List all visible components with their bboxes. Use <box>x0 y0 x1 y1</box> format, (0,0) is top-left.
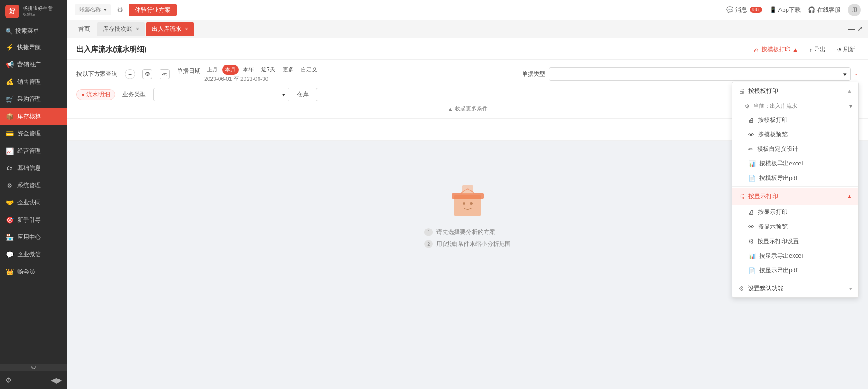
template-excel-item[interactable]: 📊 按模板导出excel <box>732 156 858 171</box>
dropdown-panel: 🖨 按模板打印 ▲ ⚙ 当前：出入库流水 ▾ 🖨 按模板打印 <box>732 82 859 298</box>
date-tab-last-month[interactable]: 上月 <box>204 65 220 75</box>
tab-home-label: 首页 <box>78 25 90 33</box>
sidebar-item-cooperation[interactable]: 🤝 企业协同 <box>0 194 67 211</box>
collapse-conditions-button[interactable]: ▲ 收起更多条件 <box>448 105 488 113</box>
template-print-section-header[interactable]: 🖨 按模板打印 ▲ <box>732 82 858 100</box>
step-2-num: 2 <box>424 240 433 248</box>
template-pdf-item[interactable]: 📄 按模板导出pdf <box>732 171 858 185</box>
quick-nav-icon: ⚡ <box>5 43 14 51</box>
online-service-action[interactable]: 🎧 在线客服 <box>808 6 841 14</box>
headset-icon: 🎧 <box>808 6 815 13</box>
footer-collapse-icon[interactable]: ◀▶ <box>51 376 62 384</box>
content-area: 出入库流水(流水明细) 🖨 按模板打印 ▲ ↑ 导出 ↺ 刷新 <box>67 38 868 389</box>
tab-home[interactable]: 首页 <box>73 22 95 36</box>
display-pdf-icon: 📄 <box>748 267 756 274</box>
template-preview-item[interactable]: 👁 按模板预览 <box>732 127 858 142</box>
display-print-settings-item[interactable]: ⚙ 按显示打印设置 <box>732 234 858 249</box>
filter-add-button[interactable]: + <box>125 69 135 79</box>
template-print-item[interactable]: 🖨 按模板打印 <box>732 113 858 127</box>
empty-icon <box>445 177 490 223</box>
date-field-label: 单据日期 <box>177 65 200 75</box>
default-section-header[interactable]: ⚙ 设置默认功能 ▾ <box>732 280 858 297</box>
date-tab-custom[interactable]: 自定义 <box>298 65 320 75</box>
sidebar: 好 畅捷通好生意 标准版 🔍 搜索菜单 ⚡ 快捷导航 📢 营销推广 💰 销售管理… <box>0 0 67 389</box>
logo-info: 畅捷通好生意 标准版 <box>23 5 53 17</box>
date-tab-more[interactable]: 更多 <box>280 65 296 75</box>
app-download-action[interactable]: 📱 App下载 <box>769 6 801 14</box>
display-preview-item[interactable]: 👁 按显示预览 <box>732 219 858 234</box>
display-excel-item[interactable]: 📊 按显示导出excel <box>732 249 858 263</box>
display-preview-label: 按显示预览 <box>758 223 788 231</box>
trial-button[interactable]: 体验行业方案 <box>129 4 177 16</box>
tab-flow-detail-close[interactable]: × <box>185 26 188 32</box>
member-icon: 👑 <box>5 268 14 276</box>
tab-batch-account-close[interactable]: × <box>136 26 139 32</box>
sidebar-item-operations[interactable]: 📈 经营管理 <box>0 142 67 160</box>
sidebar-item-inventory[interactable]: 📦 库存核算 <box>0 108 67 125</box>
date-tab-current-month[interactable]: 本月 <box>222 65 239 75</box>
sidebar-item-system[interactable]: ⚙ 系统管理 <box>0 177 67 194</box>
template-print-button[interactable]: 🖨 按模板打印 ▲ <box>750 44 802 55</box>
tab-maximize-button[interactable]: ⤢ <box>857 25 863 33</box>
doc-type-group: 单据类型 ▾ ··· <box>522 67 859 81</box>
template-current: ⚙ 当前：出入库流水 ▾ <box>732 100 858 113</box>
sidebar-item-purchase[interactable]: 🛒 采购管理 <box>0 90 67 108</box>
display-print-section-header[interactable]: 🖨 按显示打印 ▲ <box>732 188 858 205</box>
collapse-label: 收起更多条件 <box>455 105 488 113</box>
operations-icon: 📈 <box>5 147 14 155</box>
sidebar-scroll-down[interactable] <box>0 364 67 371</box>
sidebar-item-quick-nav[interactable]: ⚡ 快捷导航 <box>0 39 67 56</box>
display-print-item[interactable]: 🖨 按显示打印 <box>732 205 858 219</box>
topbar-gear-icon[interactable]: ⚙ <box>117 5 123 14</box>
message-action[interactable]: 💬 消息 99+ <box>726 6 762 14</box>
display-excel-label: 按显示导出excel <box>759 252 803 260</box>
sidebar-item-guide[interactable]: 🎯 新手引导 <box>0 211 67 229</box>
cooperation-label: 企业协同 <box>17 199 41 207</box>
account-selector[interactable]: 账套名称 ▾ <box>75 4 111 15</box>
date-tabs: 上月 本月 本年 近7天 更多 自定义 <box>204 65 320 75</box>
default-section-label: 设置默认功能 <box>748 284 783 293</box>
template-pdf-icon: 📄 <box>748 175 756 182</box>
filter-collapse-button[interactable]: ≪ <box>160 69 170 79</box>
warehouse-label: 仓库 <box>297 90 309 99</box>
tab-batch-account[interactable]: 库存批次账 × <box>97 22 145 36</box>
display-print-section-label: 按显示打印 <box>748 192 778 200</box>
tag-icon: ● <box>81 91 85 98</box>
export-button[interactable]: ↑ 导出 <box>806 44 830 55</box>
display-pdf-label: 按显示导出pdf <box>759 266 797 274</box>
footer-settings-icon[interactable]: ⚙ <box>5 376 12 384</box>
app-download-icon: 📱 <box>769 6 777 13</box>
step-1-num: 1 <box>424 228 433 236</box>
doc-type-more[interactable]: ··· <box>854 71 859 77</box>
date-tab-7days[interactable]: 近7天 <box>259 65 278 75</box>
print-icon: 🖨 <box>753 46 759 53</box>
sidebar-item-sales[interactable]: 💰 销售管理 <box>0 73 67 90</box>
display-pdf-item[interactable]: 📄 按显示导出pdf <box>732 263 858 278</box>
search-label: 搜索菜单 <box>15 27 39 35</box>
collapse-up-icon: ▲ <box>448 106 453 112</box>
filter-label: 按以下方案查询 <box>76 70 118 78</box>
refresh-button[interactable]: ↺ 刷新 <box>833 44 859 55</box>
business-type-select[interactable]: ▾ <box>153 88 289 101</box>
sidebar-item-enterprise-wx[interactable]: 💬 企业微信 <box>0 246 67 263</box>
inventory-label: 库存核算 <box>17 112 41 120</box>
doc-type-select[interactable]: ▾ <box>549 67 851 81</box>
sidebar-item-marketing[interactable]: 📢 营销推广 <box>0 56 67 73</box>
date-tab-year[interactable]: 本年 <box>240 65 257 75</box>
template-custom-item[interactable]: ✏ 模板自定义设计 <box>732 142 858 156</box>
user-avatar[interactable]: 用 <box>848 4 861 16</box>
refresh-label: 刷新 <box>843 45 855 54</box>
account-chevron-icon: ▾ <box>104 6 107 13</box>
filter-settings-button[interactable]: ⚙ <box>142 69 152 79</box>
page-actions: 🖨 按模板打印 ▲ ↑ 导出 ↺ 刷新 <box>750 44 859 55</box>
tab-flow-detail[interactable]: 出入库流水 × <box>146 22 194 36</box>
sidebar-item-base[interactable]: 🗂 基础信息 <box>0 160 67 177</box>
sidebar-item-member[interactable]: 👑 畅会员 <box>0 263 67 280</box>
tab-minimize-button[interactable]: — <box>848 25 855 33</box>
sidebar-search[interactable]: 🔍 搜索菜单 <box>0 23 67 39</box>
sidebar-item-finance[interactable]: 💳 资金管理 <box>0 125 67 142</box>
sidebar-item-app-center[interactable]: 🏪 应用中心 <box>0 229 67 246</box>
template-print-section-label: 按模板打印 <box>748 87 778 95</box>
dropdown-divider-2 <box>732 279 858 279</box>
quick-nav-label: 快捷导航 <box>17 43 41 51</box>
